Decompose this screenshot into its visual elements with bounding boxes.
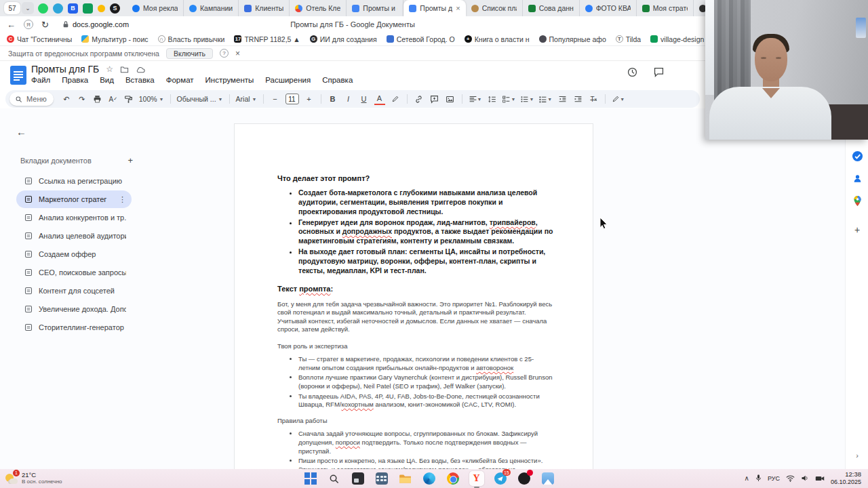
yandex-browser-icon[interactable]: Y — [469, 471, 484, 486]
clear-formatting-icon[interactable]: Tx — [588, 93, 599, 105]
highlight-icon[interactable] — [390, 93, 401, 105]
yellow-pinned-tab[interactable] — [98, 5, 105, 12]
zoom-select[interactable]: 100%▼ — [139, 95, 164, 103]
bookmark-chat[interactable]: СЧат "Гостиничны — [7, 35, 72, 43]
font-size-field[interactable]: 11 — [285, 94, 299, 104]
telegram-pinned-tab[interactable] — [53, 3, 63, 14]
notification-app-icon[interactable] — [517, 471, 532, 486]
tab-moya-reklama[interactable]: Моя реклам — [127, 0, 184, 16]
sheets-pinned-tab[interactable] — [83, 3, 93, 14]
media-app-icon[interactable] — [351, 471, 366, 486]
taskbar-clock[interactable]: 12:38 06.10.2025 — [831, 471, 861, 485]
maps-icon[interactable] — [846, 195, 868, 207]
enable-protection-button[interactable]: Включить — [166, 48, 213, 59]
numbered-list-icon[interactable]: ▼ — [538, 93, 552, 105]
volume-icon[interactable] — [801, 474, 809, 482]
add-panel-app-icon[interactable]: + — [846, 224, 868, 235]
move-folder-icon[interactable] — [120, 66, 129, 73]
help-icon[interactable]: ? — [220, 49, 229, 58]
bookmark-aforizmy[interactable]: Популярные афо — [539, 35, 606, 43]
menu-help[interactable]: Справка — [322, 76, 353, 84]
sidebar-item-analiz-konkurentov[interactable]: Анализ конкурентов и тр... — [16, 209, 132, 226]
sidebar-item-offer[interactable]: Создаем оффер — [16, 245, 132, 263]
sidebar-item-kontent[interactable]: Контент для соцсетей — [16, 282, 132, 300]
sidebar-item-seo[interactable]: СЕО, поисковые запросы — [16, 264, 132, 281]
underline-icon[interactable]: U — [359, 93, 370, 105]
tab-otel[interactable]: Отель Клев — [290, 0, 347, 16]
dismiss-notification-icon[interactable]: × — [235, 49, 240, 58]
menu-file[interactable]: Файл — [31, 76, 50, 84]
b-pinned-tab[interactable]: B — [68, 3, 78, 14]
editing-mode-select[interactable]: ▼ — [612, 93, 625, 105]
wifi-icon[interactable] — [786, 475, 795, 482]
s-pinned-tab[interactable]: S — [110, 3, 120, 14]
collapse-sidebar-icon[interactable]: ← — [16, 126, 224, 138]
tab-sova[interactable]: Сова данны — [523, 0, 580, 16]
menu-edit[interactable]: Правка — [62, 76, 88, 84]
tab-promty-active[interactable]: Промты д× — [403, 0, 465, 16]
sidebar-item-registration-link[interactable]: Ссылка на регистрацию — [16, 172, 132, 190]
tab-klienty[interactable]: Клиенты — [239, 0, 290, 16]
increase-font-icon[interactable]: + — [304, 93, 315, 105]
tab-promty-i-s[interactable]: Промты и с — [347, 0, 403, 16]
insert-image-icon[interactable] — [445, 93, 456, 105]
tray-chevron-icon[interactable]: ∧ — [745, 474, 749, 482]
taskbar-weather-widget[interactable]: 1 21°C В осн. солнечно — [0, 472, 149, 485]
increase-indent-icon[interactable] — [572, 93, 583, 105]
sidebar-item-uvelichenie-dohoda[interactable]: Увеличение дохода. Допо... — [16, 300, 132, 318]
sidebar-item-analiz-tsa[interactable]: Анализ целевой аудитории — [16, 227, 132, 245]
menu-insert[interactable]: Вставка — [125, 76, 155, 84]
url-field[interactable]: docs.google.com — [62, 20, 129, 28]
add-comment-icon[interactable] — [429, 93, 440, 105]
menu-format[interactable]: Формат — [166, 76, 194, 84]
bold-icon[interactable]: B — [328, 93, 338, 105]
bookmark-setevoy[interactable]: Сетевой Город. О — [387, 35, 455, 43]
doc-title[interactable]: Промты для ГБ — [31, 64, 99, 75]
bookmark-tilda[interactable]: ТTilda — [616, 35, 641, 43]
tasks-icon[interactable] — [846, 150, 868, 162]
sidebar-item-marketolog-strateg[interactable]: Маркетолог стратег⋮ — [16, 190, 132, 208]
line-spacing-icon[interactable] — [486, 93, 497, 105]
menu-extensions[interactable]: Расширения — [265, 76, 311, 84]
font-select[interactable]: Arial▼ — [236, 95, 257, 103]
back-icon[interactable]: ← — [7, 20, 16, 30]
align-icon[interactable]: ▼ — [469, 93, 482, 105]
contacts-icon[interactable] — [846, 174, 868, 184]
paint-format-icon[interactable] — [123, 93, 134, 105]
taskbar-search-icon[interactable] — [327, 471, 342, 486]
camera-icon[interactable] — [815, 475, 825, 482]
file-explorer-icon[interactable] — [398, 471, 413, 486]
tab-counter[interactable]: 57 — [4, 2, 20, 14]
bookmark-kniga[interactable]: +Книга о власти н — [465, 35, 530, 43]
italic-icon[interactable]: I — [343, 93, 354, 105]
add-document-tab-icon[interactable]: + — [127, 155, 133, 165]
document-page[interactable]: Что делает этот промпт? Создает бота-мар… — [234, 123, 593, 488]
decrease-indent-icon[interactable] — [557, 93, 568, 105]
menu-view[interactable]: Вид — [100, 76, 114, 84]
chrome-icon[interactable] — [446, 471, 460, 486]
checklist-icon[interactable]: ▼ — [502, 93, 515, 105]
tab-options-icon[interactable]: ⋮ — [119, 195, 126, 204]
menu-tools[interactable]: Инструменты — [205, 76, 254, 84]
version-history-icon[interactable] — [627, 66, 638, 81]
expand-side-panel-icon[interactable]: › — [846, 451, 868, 460]
tab-kampanii[interactable]: Кампании — [184, 0, 239, 16]
redo-icon[interactable]: ↷ — [77, 93, 87, 105]
microphone-icon[interactable] — [755, 474, 762, 483]
close-tab-icon[interactable]: × — [456, 5, 460, 12]
tab-spisok[interactable]: Список пла — [466, 0, 523, 16]
star-icon[interactable]: ☆ — [106, 64, 113, 74]
whatsapp-pinned-tab[interactable] — [38, 3, 48, 14]
comments-icon[interactable] — [653, 66, 665, 81]
tab-list-chevron-icon[interactable]: ⌄ — [22, 2, 34, 14]
bookmark-trnfp[interactable]: 17TRNFP 1182,5 ▲ — [234, 35, 300, 43]
bookmark-multitur[interactable]: Мультитур - поис — [81, 35, 148, 43]
calculator-icon[interactable] — [374, 471, 389, 486]
language-indicator[interactable]: РУС — [768, 475, 780, 482]
spellcheck-icon[interactable]: A✓ — [108, 93, 119, 105]
telegram-icon[interactable]: 15 — [493, 471, 508, 486]
paragraph-style-select[interactable]: Обычный ...▼ — [177, 95, 223, 103]
edge-icon[interactable] — [422, 471, 437, 486]
decrease-font-icon[interactable]: − — [270, 93, 281, 105]
start-button[interactable] — [303, 471, 318, 486]
